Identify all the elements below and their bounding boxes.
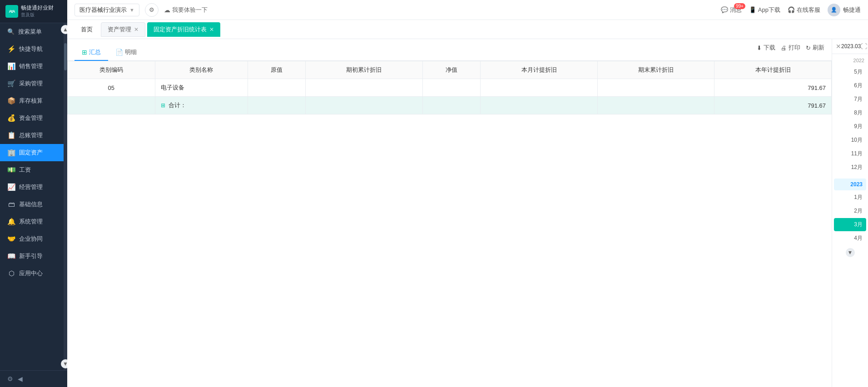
sidebar-item-purchase[interactable]: 🛒 采购管理: [0, 75, 64, 92]
data-table-wrapper: 类别编码 类别名称 原值 期初累计折旧 净值 本月计提折旧 期末累计折旧 本年计…: [67, 61, 832, 114]
cell-monthly-dep: [481, 79, 598, 97]
sidebar-collapse-btn[interactable]: ◀: [18, 375, 23, 382]
sidebar-item-system[interactable]: 🔔 系统管理: [0, 213, 64, 230]
total-net-value: [422, 97, 481, 114]
inventory-icon: 📦: [7, 97, 15, 105]
year-2022-label: 2022: [832, 56, 868, 65]
tab-close-depreciation[interactable]: ✕: [209, 26, 214, 33]
message-badge: 99+: [734, 3, 745, 9]
print-button[interactable]: 🖨 打印: [781, 44, 800, 52]
sub-tab-summary[interactable]: ⊞ 汇总: [74, 45, 108, 61]
search-icon: 🔍: [7, 28, 15, 35]
experience-button[interactable]: ☁ 我要体验一下: [164, 6, 208, 14]
message-icon: 💬: [721, 6, 728, 13]
table-row: 05 电子设备 791.67: [68, 79, 832, 97]
app-download-button[interactable]: 📱 App下载: [749, 6, 780, 14]
guide-icon: 📖: [7, 252, 15, 260]
col-header-net-value: 净值: [422, 61, 481, 79]
download-icon: ⬇: [757, 45, 762, 51]
tab-depreciation-table[interactable]: 固定资产折旧统计表 ✕: [147, 22, 220, 37]
col-header-original: 原值: [248, 61, 306, 79]
page-content: ⊞ 汇总 📄 明细 ⬇ 下载 🖨 打印: [67, 39, 832, 387]
header-right-actions: 💬 消息 99+ 📱 App下载 🎧 在线客服 👤 畅捷通: [721, 4, 861, 16]
month-2023-4[interactable]: 4月: [834, 232, 866, 245]
month-2023-1[interactable]: 1月: [834, 191, 866, 204]
sub-tab-detail[interactable]: 📄 明细: [108, 45, 144, 61]
date-panel-expand-btn[interactable]: ⛶: [861, 43, 867, 50]
fixed-assets-icon: 🏢: [7, 149, 15, 157]
total-initial-accum: [306, 97, 423, 114]
sidebar-item-inventory[interactable]: 📦 库存核算: [0, 92, 64, 109]
finance-icon: 💰: [7, 114, 15, 122]
user-info[interactable]: 👤 畅捷通: [828, 4, 861, 16]
total-row: ⊞ 合计： 791.67: [68, 97, 832, 114]
sidebar-item-quicknav[interactable]: ⚡ 快捷导航: [0, 40, 64, 58]
col-header-initial-accum: 期初累计折旧: [306, 61, 423, 79]
month-2022-12[interactable]: 12月: [834, 161, 866, 174]
detail-icon: 📄: [115, 49, 123, 56]
sidebar-settings-btn[interactable]: ⚙: [7, 375, 13, 382]
year-2023-section: 2023 1月 2月 3月 4月 ▼: [832, 176, 868, 261]
print-icon: 🖨: [781, 45, 787, 51]
date-panel: ✕ 2023.03 ⛶ 2022 5月 6月 7月 8月 9月 10月 11月 …: [832, 39, 868, 387]
scrollbar-thumb[interactable]: [64, 43, 67, 70]
sidebar-footer: ⚙ ◀: [0, 370, 67, 387]
payroll-icon: 💵: [7, 166, 15, 174]
sidebar-item-apps[interactable]: ⬡ 应用中心: [0, 265, 64, 282]
sidebar-item-ledger[interactable]: 📋 总账管理: [0, 127, 64, 144]
scroll-up-arrow[interactable]: ▲: [61, 25, 67, 34]
sidebar-item-operations[interactable]: 📈 经营管理: [0, 179, 64, 196]
operations-icon: 📈: [7, 183, 15, 191]
toolbar-right: ⬇ 下载 🖨 打印 ↻ 刷新: [757, 44, 824, 52]
sidebar-item-basics[interactable]: 🗃 基础信息: [0, 196, 64, 213]
col-header-monthly-dep: 本月计提折旧: [481, 61, 598, 79]
month-2023-3[interactable]: 3月: [834, 218, 866, 231]
sidebar-scrollbar[interactable]: ▲ ▼: [64, 23, 67, 370]
user-avatar: 👤: [828, 4, 840, 16]
month-2022-11[interactable]: 11月: [834, 147, 866, 160]
message-button[interactable]: 💬 消息 99+: [721, 6, 742, 14]
cell-name: 电子设备: [155, 79, 248, 97]
cell-initial-accum: [306, 79, 423, 97]
sidebar-item-search[interactable]: 🔍 搜索菜单: [0, 23, 64, 40]
month-2022-6[interactable]: 6月: [834, 79, 866, 92]
sidebar-item-fixed-assets[interactable]: 🏢 固定资产: [0, 144, 64, 161]
download-button[interactable]: ⬇ 下载: [757, 44, 775, 52]
sidebar: AtA 畅捷通好业财 普及版 🔍 搜索菜单 ⚡ 快捷导航 📊 销售管理 🛒: [0, 0, 67, 387]
refresh-button[interactable]: ↻ 刷新: [806, 44, 824, 52]
app-logo-icon: AtA: [5, 5, 18, 18]
cell-code: 05: [68, 79, 155, 97]
top-header: 医疗器械行业演示 ▼ ⚙ ☁ 我要体验一下 💬 消息 99+ 📱 App下载 🎧…: [67, 0, 868, 20]
sidebar-item-payroll[interactable]: 💵 工资: [0, 161, 64, 179]
date-panel-close-btn[interactable]: ✕: [836, 43, 841, 50]
cell-yearly-dep: 791.67: [714, 79, 832, 97]
settings-button[interactable]: ⚙: [145, 3, 159, 17]
month-2023-2[interactable]: 2月: [834, 204, 866, 218]
app-logo-text: 畅捷通好业财: [21, 5, 54, 12]
ledger-icon: 📋: [7, 131, 15, 139]
tab-bar: 首页 资产管理 ✕ 固定资产折旧统计表 ✕: [67, 20, 868, 39]
month-2022-9[interactable]: 9月: [834, 120, 866, 133]
company-selector[interactable]: 医疗器械行业演示 ▼: [74, 4, 139, 16]
month-2022-10[interactable]: 10月: [834, 134, 866, 147]
date-nav-down[interactable]: ▼: [846, 248, 855, 257]
month-2022-5[interactable]: 5月: [834, 65, 866, 79]
company-name: 医疗器械行业演示: [79, 6, 127, 14]
app-edition: 普及版: [21, 12, 54, 18]
summary-icon: ⊞: [82, 49, 87, 56]
tab-assets-mgmt[interactable]: 资产管理 ✕: [101, 22, 145, 37]
month-2022-7[interactable]: 7月: [834, 93, 866, 106]
month-2022-8[interactable]: 8月: [834, 106, 866, 119]
tab-close-assets-mgmt[interactable]: ✕: [134, 26, 139, 33]
sidebar-item-sales[interactable]: 📊 销售管理: [0, 58, 64, 75]
cell-net-value: [422, 79, 481, 97]
sidebar-item-cooperation[interactable]: 🤝 企业协同: [0, 230, 64, 248]
online-service-button[interactable]: 🎧 在线客服: [788, 6, 820, 14]
sidebar-item-guide[interactable]: 📖 新手引导: [0, 248, 64, 265]
scroll-down-arrow[interactable]: ▼: [61, 359, 67, 368]
tab-home[interactable]: 首页: [74, 22, 99, 37]
sidebar-item-finance[interactable]: 💰 资金管理: [0, 109, 64, 127]
year-2023-label[interactable]: 2023: [834, 179, 866, 190]
current-period-label: 2023.03: [841, 43, 861, 50]
col-header-yearly-dep: 本年计提折旧: [714, 61, 832, 79]
